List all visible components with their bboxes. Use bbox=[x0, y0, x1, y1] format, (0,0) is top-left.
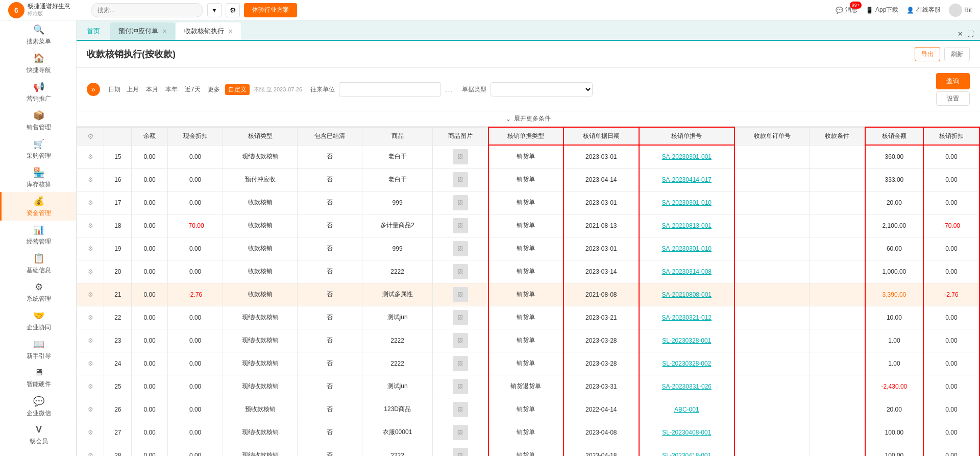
refresh-button[interactable]: 刷新 bbox=[944, 47, 970, 61]
doc-no-link[interactable]: SA-20210813-001 bbox=[662, 222, 712, 229]
cell-type: 收款核销 bbox=[223, 260, 298, 283]
cell-doc-no[interactable]: SL-20230408-001 bbox=[639, 421, 734, 444]
cell-doc-no[interactable]: SL-20230328-001 bbox=[639, 329, 734, 352]
cell-doc-no[interactable]: SL-20230418-001 bbox=[639, 444, 734, 456]
sidebar-item-member[interactable]: V 畅会员 bbox=[0, 421, 76, 449]
page-header-actions: 导出 刷新 bbox=[915, 47, 970, 61]
doc-no-link[interactable]: SA-20230301-010 bbox=[662, 199, 712, 206]
query-button[interactable]: 查询 bbox=[936, 73, 970, 89]
sidebar-item-inventory[interactable]: 🏪 库存核算 bbox=[0, 163, 76, 192]
tab-home[interactable]: 首页 bbox=[83, 22, 104, 40]
tab-receipt[interactable]: 收款核销执行 ✕ bbox=[176, 22, 241, 40]
table-row[interactable]: ⚙ 21 0.00 -2.76 收款核销 否 测试多属性 🖼 销货单 2021-… bbox=[77, 283, 980, 306]
tab-maximize[interactable]: ⛶ bbox=[967, 30, 974, 38]
table-row[interactable]: ⚙ 25 0.00 0.00 现结收款核销 否 测试jun 🖼 销货退货单 20… bbox=[77, 375, 980, 398]
cell-product: 多计量商品2 bbox=[362, 214, 433, 237]
table-row[interactable]: ⚙ 17 0.00 0.00 收款核销 否 999 🖼 销货单 2023-03-… bbox=[77, 191, 980, 214]
table-row[interactable]: ⚙ 23 0.00 0.00 现结收款核销 否 2222 🖼 销货单 2023-… bbox=[77, 329, 980, 352]
cell-doc-no[interactable]: SA-20230321-012 bbox=[639, 306, 734, 329]
table-row[interactable]: ⚙ 22 0.00 0.00 现结收款核销 否 测试jun 🖼 销货单 2023… bbox=[77, 306, 980, 329]
setting-button[interactable]: 设置 bbox=[936, 91, 970, 106]
cell-product: 老白干 bbox=[362, 168, 433, 191]
sidebar-item-basic[interactable]: 📋 基础信息 bbox=[0, 249, 76, 278]
table-row[interactable]: ⚙ 26 0.00 0.00 预收款核销 否 123D商品 🖼 销货单 2022… bbox=[77, 398, 980, 421]
doc-no-link[interactable]: SA-20230314-008 bbox=[662, 268, 712, 275]
doc-no-link[interactable]: SL-20230418-001 bbox=[662, 452, 711, 457]
table-row[interactable]: ⚙ 20 0.00 0.00 收款核销 否 2222 🖼 销货单 2023-03… bbox=[77, 260, 980, 283]
cell-doc-no[interactable]: SA-20230331-026 bbox=[639, 375, 734, 398]
industry-button[interactable]: 体验行业方案 bbox=[244, 3, 297, 17]
sidebar-item-quicknav[interactable]: 🏠 快捷导航 bbox=[0, 49, 76, 78]
filter-toggle-button[interactable]: » bbox=[87, 83, 100, 96]
cell-included-clear: 否 bbox=[298, 260, 362, 283]
app-download-button[interactable]: 📱 App下载 bbox=[866, 6, 898, 14]
export-button[interactable]: 导出 bbox=[915, 47, 940, 61]
cell-doc-no[interactable]: SA-20210813-001 bbox=[639, 214, 734, 237]
settings-button[interactable]: ⚙ bbox=[226, 3, 240, 17]
tab-close-all[interactable]: ✕ bbox=[958, 30, 963, 38]
doc-no-link[interactable]: SA-20230321-012 bbox=[662, 314, 712, 321]
sidebar-item-search[interactable]: 🔍 搜索菜单 bbox=[0, 20, 76, 49]
dropdown-button[interactable]: ▾ bbox=[207, 3, 222, 17]
col-gear[interactable]: ⚙ bbox=[77, 127, 104, 145]
cell-doc-no[interactable]: ABC-001 bbox=[639, 398, 734, 421]
tab-prepay-close[interactable]: ✕ bbox=[162, 28, 167, 35]
sidebar-item-collab[interactable]: 🤝 企业协同 bbox=[0, 306, 76, 335]
table-row[interactable]: ⚙ 28 0.00 0.00 现结收款核销 否 2222 🖼 销货单 2023-… bbox=[77, 444, 980, 456]
filter-date-thismonth[interactable]: 本月 bbox=[144, 84, 160, 95]
sidebar-item-system[interactable]: ⚙ 系统管理 bbox=[0, 278, 76, 306]
sidebar-item-guide[interactable]: 📖 新手引导 bbox=[0, 335, 76, 364]
cell-amount: 2,100.00 bbox=[865, 214, 923, 237]
cell-cash-discount: 0.00 bbox=[167, 306, 223, 329]
tab-prepay[interactable]: 预付冲应付单 ✕ bbox=[110, 22, 175, 40]
cell-doc-no[interactable]: SA-20230301-010 bbox=[639, 237, 734, 260]
doc-no-link[interactable]: SL-20230328-001 bbox=[662, 337, 711, 344]
sidebar-item-sales[interactable]: 📦 销售管理 bbox=[0, 106, 76, 135]
cell-doc-no[interactable]: SA-20230301-001 bbox=[639, 145, 734, 168]
messages-button[interactable]: 💬 消息 99+ bbox=[836, 6, 857, 14]
doc-no-link[interactable]: SL-20230328-002 bbox=[662, 360, 711, 367]
filter-date-more[interactable]: 更多 bbox=[206, 84, 222, 95]
cell-balance: 0.00 bbox=[132, 214, 168, 237]
table-row[interactable]: ⚙ 24 0.00 0.00 现结收款核销 否 2222 🖼 销货单 2023-… bbox=[77, 352, 980, 375]
doc-no-link[interactable]: SL-20230408-001 bbox=[662, 429, 711, 436]
user-profile[interactable]: Rit bbox=[949, 4, 972, 17]
doc-no-link[interactable]: SA-20230301-001 bbox=[662, 153, 712, 160]
cell-doc-no[interactable]: SA-20210808-001 bbox=[639, 283, 734, 306]
filter-receipt-type-select[interactable] bbox=[491, 82, 593, 97]
sidebar-item-wechat[interactable]: 💬 企业微信 bbox=[0, 392, 76, 421]
cell-doc-type: 销货单 bbox=[488, 444, 564, 456]
doc-no-link[interactable]: SA-20210808-001 bbox=[662, 291, 712, 298]
sidebar-item-operations[interactable]: 📊 经营管理 bbox=[0, 221, 76, 249]
sidebar-item-finance[interactable]: 💰 资金管理 bbox=[0, 192, 76, 221]
table-row[interactable]: ⚙ 19 0.00 0.00 收款核销 否 999 🖼 销货单 2023-03-… bbox=[77, 237, 980, 260]
sidebar-item-marketing[interactable]: 📢 营销推广 bbox=[0, 78, 76, 106]
doc-no-link[interactable]: SA-20230331-026 bbox=[662, 383, 712, 390]
filter-date-custom[interactable]: 自定义 bbox=[225, 84, 250, 95]
table-row[interactable]: ⚙ 15 0.00 0.00 现结收款核销 否 老白干 🖼 销货单 2023-0… bbox=[77, 145, 980, 168]
table-row[interactable]: ⚙ 27 0.00 0.00 现结收款核销 否 衣服00001 🖼 销货单 20… bbox=[77, 421, 980, 444]
cell-product: 999 bbox=[362, 237, 433, 260]
tab-receipt-close[interactable]: ✕ bbox=[228, 28, 233, 35]
doc-no-link[interactable]: SA-20230301-010 bbox=[662, 245, 712, 252]
sidebar-item-purchase[interactable]: 🛒 采购管理 bbox=[0, 135, 76, 163]
table-row[interactable]: ⚙ 16 0.00 0.00 预付冲应收 否 老白干 🖼 销货单 2023-04… bbox=[77, 168, 980, 191]
filter-date-7days[interactable]: 近7天 bbox=[183, 84, 203, 95]
cell-doc-no[interactable]: SL-20230328-002 bbox=[639, 352, 734, 375]
filter-date-lastmonth[interactable]: 上月 bbox=[125, 84, 141, 95]
col-discount: 核销折扣 bbox=[923, 127, 979, 145]
cell-doc-no[interactable]: SA-20230314-008 bbox=[639, 260, 734, 283]
expand-conditions-bar[interactable]: ⌄ 展开更多条件 bbox=[77, 111, 980, 127]
doc-no-link[interactable]: ABC-001 bbox=[674, 406, 699, 413]
online-service-button[interactable]: 👤 在线客服 bbox=[906, 6, 941, 14]
cell-doc-no[interactable]: SA-20230301-010 bbox=[639, 191, 734, 214]
sidebar-item-hardware[interactable]: 🖥 智能硬件 bbox=[0, 364, 76, 392]
cell-doc-no[interactable]: SA-20230414-017 bbox=[639, 168, 734, 191]
filter-counterparty-input[interactable] bbox=[339, 82, 441, 97]
doc-no-link[interactable]: SA-20230414-017 bbox=[662, 176, 712, 183]
filter-date-thisyear[interactable]: 本年 bbox=[163, 84, 180, 95]
table-row[interactable]: ⚙ 18 0.00 -70.00 收款核销 否 多计量商品2 🖼 销货单 202… bbox=[77, 214, 980, 237]
sidebar-label-marketing: 营销推广 bbox=[27, 94, 51, 103]
filter-receipt-type-label: 单据类型 bbox=[462, 85, 486, 94]
top-search-input[interactable] bbox=[91, 3, 203, 17]
